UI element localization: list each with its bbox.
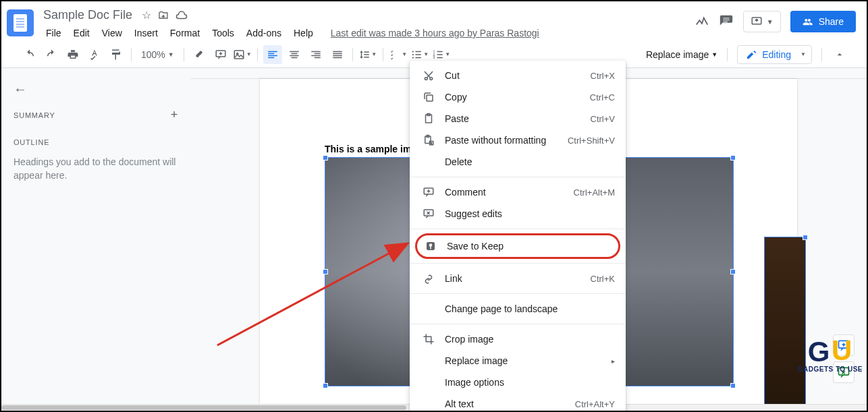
menu-item-label: Crop image (445, 334, 615, 345)
menu-addons[interactable]: Add-ons (241, 25, 287, 41)
separator (184, 48, 184, 61)
line-spacing-button[interactable]: ▼ (358, 45, 377, 64)
resize-handle-mr[interactable] (730, 269, 736, 274)
context-menu: CutCtrl+XCopyCtrl+CPasteCtrl+VPaste with… (410, 61, 626, 412)
align-justify-button[interactable] (328, 45, 347, 64)
menu-item-label: Cut (445, 70, 591, 81)
keep-icon (423, 240, 439, 252)
menu-item-replace-image[interactable]: Replace image (410, 350, 626, 372)
spellcheck-button[interactable] (85, 45, 104, 64)
menu-format[interactable]: Format (165, 25, 205, 41)
menu-separator (410, 263, 626, 264)
menu-item-image-options[interactable]: Image options (410, 372, 626, 393)
menu-item-suggest-edits[interactable]: Suggest edits (410, 203, 626, 225)
title-block: Sample Doc File ☆ File Edit View Insert … (40, 7, 695, 41)
docs-home-icon[interactable] (7, 9, 34, 36)
resize-handle-tr2[interactable] (803, 235, 808, 240)
move-icon[interactable] (158, 10, 169, 21)
watermark-logo: GU GADGETS TO USE (798, 338, 863, 373)
menu-item-label: Change page to landscape (445, 303, 615, 314)
menu-item-cut[interactable]: CutCtrl+X (410, 65, 626, 86)
svg-point-6 (412, 57, 414, 58)
menu-separator (410, 293, 626, 294)
menu-item-label: Copy (445, 92, 590, 102)
paint-format-button[interactable] (107, 45, 126, 64)
menu-separator (410, 177, 626, 177)
insert-link-button[interactable] (190, 45, 209, 64)
menu-item-label: Image options (445, 377, 615, 388)
resize-handle-br[interactable] (730, 383, 736, 388)
collapse-toolbar-button[interactable] (832, 47, 848, 63)
menu-item-save-to-keep[interactable]: Save to Keep (415, 233, 620, 259)
menu-item-delete[interactable]: Delete (410, 151, 626, 173)
share-label: Share (819, 16, 844, 27)
add-summary-icon[interactable]: + (171, 108, 178, 122)
separator (821, 48, 822, 61)
align-left-button[interactable] (263, 45, 282, 64)
star-icon[interactable]: ☆ (142, 9, 151, 22)
align-center-button[interactable] (285, 45, 304, 64)
editing-mode-button[interactable]: Editing (737, 45, 812, 64)
comments-icon[interactable] (719, 14, 734, 29)
menu-item-link[interactable]: LinkCtrl+K (410, 268, 626, 289)
separator (352, 48, 353, 61)
insert-image-button[interactable]: ▼ (233, 45, 252, 64)
menu-bar: File Edit View Insert Format Tools Add-o… (40, 25, 695, 41)
svg-text:3: 3 (433, 55, 435, 59)
last-edit-info[interactable]: Last edit was made 3 hours ago by Paras … (331, 28, 539, 38)
menu-item-change-page-to-landscape[interactable]: Change page to landscape (410, 298, 626, 320)
activity-icon[interactable] (695, 14, 709, 29)
menu-item-shortcut: Ctrl+V (591, 114, 615, 124)
share-button[interactable]: Share (790, 11, 856, 32)
checklist-button[interactable]: ▼ (389, 45, 408, 64)
header-right: ▼ Share (695, 11, 856, 32)
paste-icon (421, 113, 437, 125)
menu-item-label: Replace image (445, 355, 615, 366)
separator (727, 48, 728, 61)
watermark-tag: GADGETS TO USE (798, 366, 863, 373)
menu-edit[interactable]: Edit (68, 25, 95, 41)
svg-rect-14 (427, 95, 433, 101)
cloud-status-icon[interactable] (175, 9, 188, 22)
menu-tools[interactable]: Tools (207, 25, 240, 41)
menu-item-label: Link (445, 273, 591, 284)
menu-insert[interactable]: Insert (129, 25, 163, 41)
zoom-select[interactable]: 100%▼ (137, 49, 178, 60)
menu-item-crop-image[interactable]: Crop image (410, 328, 626, 350)
menu-item-shortcut: Ctrl+K (591, 274, 615, 284)
resize-handle-tl[interactable] (323, 155, 328, 160)
resize-handle-tr[interactable] (730, 155, 736, 160)
menu-item-paste[interactable]: PasteCtrl+V (410, 108, 626, 129)
print-button[interactable] (63, 45, 82, 64)
present-button[interactable]: ▼ (743, 11, 781, 32)
outline-label: OUTLINE (13, 138, 178, 146)
svg-point-4 (412, 51, 414, 52)
separator (257, 48, 258, 61)
menu-item-label: Suggest edits (445, 208, 615, 219)
menu-item-paste-without-formatting[interactable]: Paste without formattingCtrl+Shift+V (410, 129, 626, 151)
suggest-icon (421, 208, 437, 220)
outline-hint: Headings you add to the document will ap… (13, 156, 178, 182)
menu-separator (410, 229, 626, 229)
doc-title[interactable]: Sample Doc File (40, 7, 135, 24)
menu-item-comment[interactable]: CommentCtrl+Alt+M (410, 181, 626, 203)
replace-image-dropdown[interactable]: Replace image▼ (646, 49, 717, 60)
menu-item-shortcut: Ctrl+Alt+M (574, 187, 615, 198)
undo-button[interactable] (20, 45, 39, 64)
menu-file[interactable]: File (40, 25, 67, 41)
app-header: Sample Doc File ☆ File Edit View Insert … (1, 1, 867, 41)
resize-handle-ml[interactable] (323, 269, 328, 274)
menu-help[interactable]: Help (288, 25, 319, 41)
menu-item-shortcut: Ctrl+Shift+V (568, 136, 615, 146)
svg-point-5 (412, 53, 414, 55)
align-right-button[interactable] (306, 45, 325, 64)
menu-item-copy[interactable]: CopyCtrl+C (410, 86, 626, 108)
insert-comment-button[interactable] (211, 45, 230, 64)
menu-view[interactable]: View (97, 25, 128, 41)
outline-back-icon[interactable]: ← (13, 82, 27, 97)
menu-item-label: Paste without formatting (445, 135, 568, 146)
resize-handle-bl[interactable] (323, 383, 328, 388)
redo-button[interactable] (42, 45, 61, 64)
paste-plain-icon (421, 134, 437, 146)
menu-item-alt-text[interactable]: Alt textCtrl+Alt+Y (410, 393, 626, 412)
